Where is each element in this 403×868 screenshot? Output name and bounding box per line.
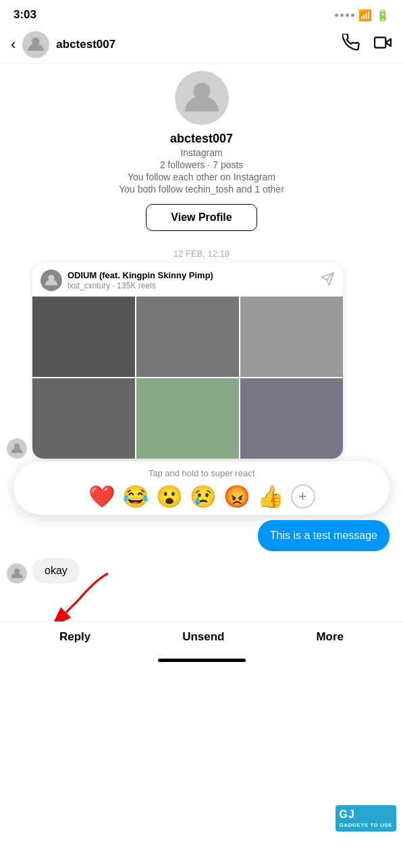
profile-username: abctest007 <box>170 132 233 146</box>
emoji-row: ❤️ 😂 😮 😢 😡 👍 + <box>88 484 315 509</box>
reel-image-grid <box>32 297 343 459</box>
reel-image-1 <box>32 297 135 377</box>
emoji-laugh[interactable]: 😂 <box>122 484 149 509</box>
bottom-actions-bar: Reply Unsend More <box>0 621 403 653</box>
more-button[interactable]: More <box>316 630 344 644</box>
video-call-icon[interactable] <box>373 34 392 55</box>
reel-image-4 <box>32 378 135 459</box>
status-icons: 📶 🔋 <box>335 9 389 22</box>
profile-mutual2: You both follow techin_tosh and 1 other <box>119 184 284 195</box>
home-indicator <box>0 653 403 666</box>
reel-image-5 <box>136 378 239 459</box>
profile-platform: Instagram <box>180 147 222 158</box>
reel-subtitle: lxst_cxntury · 135K reels <box>68 281 315 290</box>
profile-avatar-large <box>175 71 229 125</box>
header-username[interactable]: abctest007 <box>56 38 342 51</box>
emoji-thumbsup[interactable]: 👍 <box>257 484 284 509</box>
reel-image-6 <box>240 378 343 459</box>
reel-image-2 <box>136 297 239 377</box>
chat-area: ODIUM (feat. Kingpin Skinny Pimp) lxst_c… <box>0 263 403 555</box>
tap-hold-text: Tap and hold to super react <box>149 468 255 478</box>
emoji-wow[interactable]: 😮 <box>156 484 183 509</box>
other-user-avatar <box>7 563 27 584</box>
reel-info: ODIUM (feat. Kingpin Skinny Pimp) lxst_c… <box>68 270 315 291</box>
signal-icon <box>335 14 354 17</box>
battery-icon: 🔋 <box>376 9 389 22</box>
reply-button[interactable]: Reply <box>59 630 90 644</box>
header-avatar <box>22 31 49 58</box>
home-bar <box>158 659 246 662</box>
shared-reel-card[interactable]: ODIUM (feat. Kingpin Skinny Pimp) lxst_c… <box>32 263 343 459</box>
profile-info-section: abctest007 Instagram 2 followers · 7 pos… <box>0 64 403 242</box>
profile-mutual1: You follow each other on Instagram <box>128 172 275 182</box>
view-profile-button[interactable]: View Profile <box>146 204 257 231</box>
svg-rect-2 <box>375 37 385 47</box>
status-bar: 3:03 📶 🔋 <box>0 0 403 26</box>
unsend-button[interactable]: Unsend <box>182 630 224 644</box>
chat-header: ‹ abctest007 <box>0 26 403 64</box>
emoji-cry[interactable]: 😢 <box>190 484 217 509</box>
date-separator: 12 FEB, 12:19 <box>0 242 403 263</box>
red-arrow-indicator <box>41 567 122 621</box>
svg-marker-1 <box>385 39 391 47</box>
reel-title: ODIUM (feat. Kingpin Skinny Pimp) <box>68 270 315 282</box>
reel-header: ODIUM (feat. Kingpin Skinny Pimp) lxst_c… <box>32 263 343 297</box>
watermark: GJ GADGETS TO USE <box>335 805 396 832</box>
status-time: 3:03 <box>14 8 36 22</box>
wifi-icon: 📶 <box>358 9 372 22</box>
reel-channel-avatar <box>41 270 62 291</box>
reel-image-3 <box>240 297 343 377</box>
more-emojis-button[interactable]: + <box>291 484 315 509</box>
my-message-bubble: This is a test message <box>258 520 389 551</box>
emoji-heart[interactable]: ❤️ <box>88 484 115 509</box>
header-actions <box>342 34 392 55</box>
profile-stats: 2 followers · 7 posts <box>160 159 244 170</box>
emoji-angry[interactable]: 😡 <box>223 484 250 509</box>
other-user-avatar-reel <box>7 438 27 459</box>
back-button[interactable]: ‹ <box>11 36 16 53</box>
reel-send-icon[interactable] <box>320 272 335 290</box>
reaction-popup: Tap and hold to super react ❤️ 😂 😮 😢 😡 👍… <box>14 461 389 515</box>
call-icon[interactable] <box>342 34 360 55</box>
my-message-row: This is a test message <box>7 517 396 555</box>
